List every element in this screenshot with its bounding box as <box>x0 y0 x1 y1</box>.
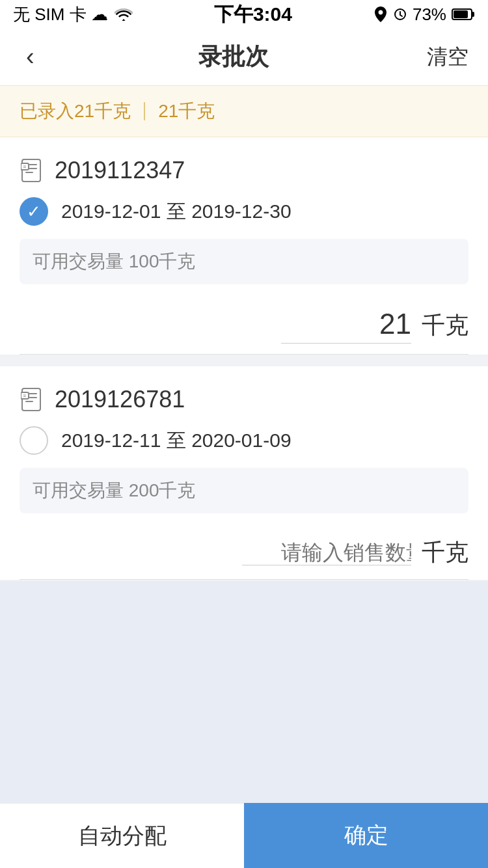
avail-text-2: 可用交易量 200千克 <box>33 480 196 500</box>
location-icon <box>373 6 388 23</box>
unit-label-2: 千克 <box>422 537 468 569</box>
info-value: 21千克 <box>158 99 215 124</box>
checkmark-1: ✓ <box>27 202 41 222</box>
radio-checked-1[interactable]: ✓ <box>20 197 48 226</box>
input-row-2: 千克 <box>0 526 488 579</box>
content-area: ≡ 2019112347 ✓ 2019-12-01 至 2019-12-30 可… <box>0 137 488 868</box>
batch-row-1[interactable]: ✓ 2019-12-01 至 2019-12-30 <box>0 191 488 232</box>
batch-date-2: 2019-12-11 至 2020-01-09 <box>61 427 291 454</box>
avail-row-1: 可用交易量 100千克 <box>20 239 468 284</box>
svg-rect-3 <box>454 10 468 18</box>
confirm-button[interactable]: 确定 <box>244 803 488 868</box>
status-right: 73% <box>373 5 475 25</box>
qty-separator-1 <box>20 354 468 355</box>
batch-header-1: ≡ 2019112347 <box>0 137 488 191</box>
doc-icon-1: ≡ <box>20 157 46 183</box>
empty-area <box>0 581 488 828</box>
spacer-1 <box>0 356 488 366</box>
qty-underline-1: 21 <box>281 308 411 344</box>
batch-id-2: 2019126781 <box>55 386 185 413</box>
batch-card-2: ≡ 2019126781 2019-12-11 至 2020-01-09 可用交… <box>0 366 488 580</box>
qty-input-wrapper-2[interactable] <box>242 541 411 565</box>
status-time: 下午3:04 <box>214 1 292 28</box>
qty-value-1: 21 <box>379 308 411 340</box>
svg-text:≡: ≡ <box>23 393 27 399</box>
info-banner: 已录入21千克 21千克 <box>0 86 488 137</box>
status-bar: 无 SIM 卡 ☁ 下午3:04 73% <box>0 0 488 29</box>
radio-unchecked-2[interactable] <box>20 426 48 455</box>
batch-header-2: ≡ 2019126781 <box>0 366 488 420</box>
back-button[interactable]: ‹ <box>20 36 41 77</box>
batch-row-2[interactable]: 2019-12-11 至 2020-01-09 <box>0 420 488 461</box>
bottom-bar: 自动分配 确定 <box>0 803 488 868</box>
sim-label: 无 SIM 卡 ☁ <box>13 3 108 26</box>
batch-id-1: 2019112347 <box>55 157 185 184</box>
batch-card-1: ≡ 2019112347 ✓ 2019-12-01 至 2019-12-30 可… <box>0 137 488 355</box>
svg-text:≡: ≡ <box>23 164 27 170</box>
avail-row-2: 可用交易量 200千克 <box>20 468 468 513</box>
avail-text-1: 可用交易量 100千克 <box>33 251 196 271</box>
doc-icon-2: ≡ <box>20 387 46 413</box>
info-divider <box>144 102 145 120</box>
qty-separator-2 <box>20 579 468 580</box>
qty-input-2[interactable] <box>281 541 411 565</box>
battery-label: 73% <box>413 5 446 25</box>
qty-unit-1: 千克 <box>422 310 468 342</box>
nav-bar: ‹ 录批次 清空 <box>0 29 488 86</box>
qty-row-1: 21 千克 <box>0 297 488 354</box>
info-label: 已录入21千克 <box>20 99 131 124</box>
wifi-icon <box>115 7 133 21</box>
clear-button[interactable]: 清空 <box>427 43 468 72</box>
auto-distribute-button[interactable]: 自动分配 <box>0 803 244 868</box>
batch-date-1: 2019-12-01 至 2019-12-30 <box>61 198 291 225</box>
status-left: 无 SIM 卡 ☁ <box>13 3 133 26</box>
page-title: 录批次 <box>198 41 269 73</box>
battery-icon <box>452 8 475 21</box>
svg-rect-2 <box>472 12 474 17</box>
alarm-icon <box>393 6 407 23</box>
